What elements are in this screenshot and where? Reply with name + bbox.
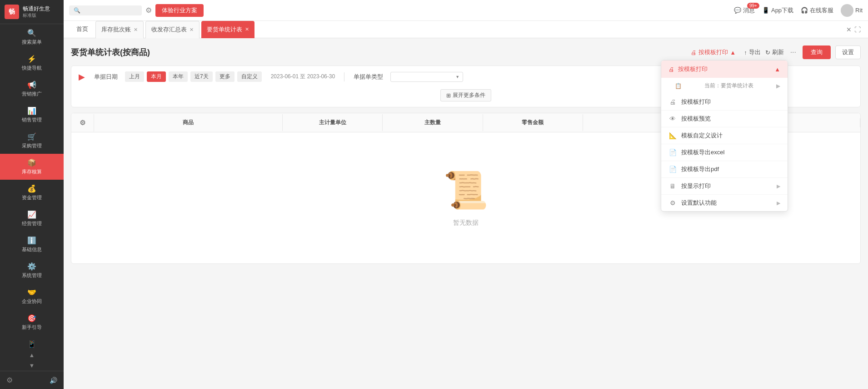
maximize-window-icon[interactable]: ⛶ xyxy=(854,26,861,33)
sidebar-item-app[interactable]: 📱 应用中心 xyxy=(0,335,64,350)
expand-more-filters-button[interactable]: ⊞ 展开更多条件 xyxy=(440,89,491,101)
app-icon: 📱 xyxy=(27,340,36,349)
template-pdf-label: 按模板导出pdf xyxy=(681,165,719,173)
date-range-display: 2023-06-01 至 2023-06-30 xyxy=(271,73,335,81)
page-header: 要货单统计表(按商品) 🖨 按模板打印 ▲ ↑ 导出 ↻ 刷新 xyxy=(71,45,861,59)
type-filter-wrapper xyxy=(390,72,463,82)
tab-order-stats-close[interactable]: ✕ xyxy=(245,26,249,32)
app-download-icon: 📱 xyxy=(762,7,769,14)
tab-receivables-summary-close[interactable]: ✕ xyxy=(190,27,194,33)
tab-inventory-batch-close[interactable]: ✕ xyxy=(134,27,138,33)
sales-icon: 📊 xyxy=(27,106,36,115)
empty-illustration: 📜 xyxy=(443,169,489,212)
topbar-search[interactable]: 🔍 xyxy=(69,5,142,15)
scroll-up-btn[interactable]: ▲ xyxy=(29,352,35,359)
dropdown-item-template-pdf[interactable]: 📄 按模板导出pdf xyxy=(661,161,788,178)
guide-icon: 🎯 xyxy=(27,314,36,323)
date-filter: 上月 本月 本年 近7天 更多 自定义 xyxy=(125,71,262,82)
sidebar-item-label: 销售管理 xyxy=(22,116,42,123)
sidebar-footer: ⚙ 🔊 xyxy=(0,371,64,389)
table-col-product: 商品 xyxy=(94,114,283,131)
logo-area: 畅 畅通好生意 标准版 xyxy=(0,0,64,24)
date-btn-this-year[interactable]: 本年 xyxy=(169,71,188,82)
dropdown-section-set-default[interactable]: ⚙ 设置默认功能 ▶ xyxy=(661,195,788,211)
sidebar-item-sales[interactable]: 📊 销售管理 xyxy=(0,102,64,128)
sidebar-item-label: 快捷导航 xyxy=(22,65,42,71)
purchase-icon: 🛒 xyxy=(27,132,36,141)
date-btn-last-month[interactable]: 上月 xyxy=(125,71,144,82)
dropdown-current[interactable]: 📋 当前：要货单统计表 ▶ xyxy=(661,78,788,94)
tab-home-label: 首页 xyxy=(76,25,88,33)
inventory-icon: 📦 xyxy=(27,158,36,167)
page-settings-button[interactable]: 设置 xyxy=(835,45,861,59)
app-download-item[interactable]: 📱 App下载 xyxy=(762,6,793,15)
dropdown-header[interactable]: 🖨 按模板打印 ▲ xyxy=(661,61,788,78)
sidebar-item-system[interactable]: ⚙️ 系统管理 xyxy=(0,258,64,283)
query-button[interactable]: 查询 xyxy=(803,45,831,59)
settings-footer-icon[interactable]: ⚙ xyxy=(6,376,13,384)
sidebar-item-finance[interactable]: 💰 资金管理 xyxy=(0,180,64,206)
dropdown-section-set-default-left: ⚙ 设置默认功能 xyxy=(668,199,717,207)
tab-inventory-batch[interactable]: 库存批次账 ✕ xyxy=(95,21,144,38)
print-chevron-up-icon: ▲ xyxy=(730,49,736,56)
sidebar-item-shortcut[interactable]: ⚡ 快捷导航 xyxy=(0,50,64,76)
page-title: 要货单统计表(按商品) xyxy=(71,47,150,58)
dropdown-item-template-preview[interactable]: 👁 按模板预览 xyxy=(661,111,788,127)
type-filter-select[interactable] xyxy=(390,72,463,82)
content-area: 要货单统计表(按商品) 🖨 按模板打印 ▲ ↑ 导出 ↻ 刷新 xyxy=(64,38,868,389)
print-template-button[interactable]: 🖨 按模板打印 ▲ xyxy=(687,46,739,58)
print-icon: 🖨 xyxy=(691,49,697,56)
tab-receivables-summary[interactable]: 收发存汇总表 ✕ xyxy=(145,21,200,38)
date-btn-more[interactable]: 更多 xyxy=(215,71,234,82)
finance-icon: 💰 xyxy=(27,184,36,193)
message-item[interactable]: 💬 消息 99+ xyxy=(734,6,755,15)
basic-icon: ℹ️ xyxy=(27,236,36,245)
sidebar-item-operations[interactable]: 📈 经营管理 xyxy=(0,206,64,232)
sidebar-item-marketing[interactable]: 📢 营销推广 xyxy=(0,76,64,102)
main-area: 🔍 ⚙ 体验行业方案 💬 消息 99+ 📱 App下载 🎧 在线客服 R xyxy=(64,0,868,389)
sidebar-item-label: 基础信息 xyxy=(22,246,42,253)
operations-icon: 📈 xyxy=(27,210,36,219)
template-print-label: 按模板打印 xyxy=(681,98,711,106)
set-default-icon: ⚙ xyxy=(668,199,677,207)
user-avatar-item[interactable]: Rit xyxy=(841,4,863,17)
export-button[interactable]: ↑ 导出 xyxy=(744,48,761,56)
sidebar-item-purchase[interactable]: 🛒 采购管理 xyxy=(0,128,64,154)
tab-inventory-batch-label: 库存批次账 xyxy=(101,25,131,34)
sidebar-item-inventory[interactable]: 📦 库存核算 xyxy=(0,154,64,180)
expand-down-icon: ⊞ xyxy=(446,92,451,99)
sidebar-item-guide[interactable]: 🎯 新手引导 xyxy=(0,309,64,335)
tab-order-stats-label: 要货单统计表 xyxy=(207,25,242,34)
filter-expand-icon[interactable]: ▶ xyxy=(79,72,85,82)
speaker-footer-icon[interactable]: 🔊 xyxy=(50,377,57,384)
dropdown-item-template-excel[interactable]: 📄 按模板导出excel xyxy=(661,144,788,161)
table-settings-col[interactable]: ⚙ xyxy=(71,114,94,131)
dropdown-section-display-print[interactable]: 🖥 按显示打印 ▶ xyxy=(661,178,788,195)
refresh-button[interactable]: ↻ 刷新 xyxy=(765,48,784,56)
template-excel-icon: 📄 xyxy=(668,149,677,156)
sidebar-item-search[interactable]: 🔍 搜索菜单 xyxy=(0,24,64,50)
sidebar-item-cooperation[interactable]: 🤝 企业协同 xyxy=(0,283,64,309)
industry-solution-button[interactable]: 体验行业方案 xyxy=(155,4,204,17)
more-options-icon[interactable]: ··· xyxy=(788,46,798,58)
dropdown-chevron-up-icon: ▲ xyxy=(774,66,780,73)
scroll-down-btn[interactable]: ▼ xyxy=(29,362,35,369)
online-service-icon: 🎧 xyxy=(801,7,808,14)
date-btn-this-month[interactable]: 本月 xyxy=(147,71,166,82)
template-preview-icon: 👁 xyxy=(668,115,677,122)
online-service-item[interactable]: 🎧 在线客服 xyxy=(801,6,833,15)
dropdown-item-template-design[interactable]: 📐 模板自定义设计 xyxy=(661,127,788,144)
sidebar-item-label: 系统管理 xyxy=(22,272,42,279)
date-btn-custom[interactable]: 自定义 xyxy=(237,71,262,82)
sidebar-item-basic[interactable]: ℹ️ 基础信息 xyxy=(0,232,64,258)
avatar xyxy=(841,4,853,17)
settings-gear-icon[interactable]: ⚙ xyxy=(145,6,152,15)
display-print-label: 按显示打印 xyxy=(681,182,711,190)
close-window-icon[interactable]: ✕ xyxy=(846,26,852,33)
dropdown-item-template-print[interactable]: 🖨 按模板打印 xyxy=(661,94,788,111)
tab-home[interactable]: 首页 xyxy=(71,21,94,38)
date-filter-label: 单据日期 xyxy=(94,73,118,81)
date-btn-7days[interactable]: 近7天 xyxy=(190,71,213,82)
tab-order-stats[interactable]: 要货单统计表 ✕ xyxy=(201,21,254,38)
topbar-right: 💬 消息 99+ 📱 App下载 🎧 在线客服 Rit xyxy=(734,4,863,17)
